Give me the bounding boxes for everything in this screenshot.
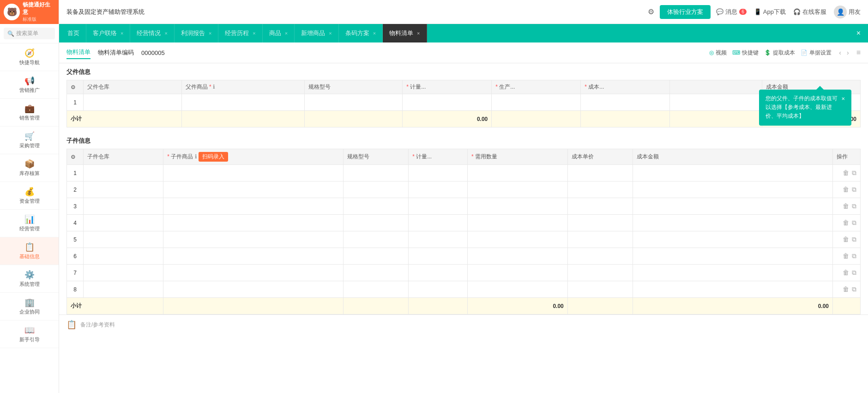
child-qty-cell[interactable] <box>468 231 568 248</box>
child-qty-cell[interactable] <box>468 248 568 265</box>
search-input-trigger[interactable]: 🔍 搜索菜单 <box>4 28 55 39</box>
tab-history-close[interactable]: × <box>253 30 255 36</box>
child-unit-cost-cell[interactable] <box>567 231 633 248</box>
tab-bom-close[interactable]: × <box>417 30 420 36</box>
gear-icon[interactable]: ⚙ <box>648 7 654 16</box>
copy-icon[interactable]: ⧉ <box>852 202 856 210</box>
child-qty-cell[interactable] <box>468 281 568 298</box>
sidebar-item-quick-nav[interactable]: 🧭 快捷导航 <box>0 43 59 71</box>
child-unit-cell[interactable] <box>409 198 468 215</box>
tooltip-close-btn[interactable]: × <box>841 94 845 104</box>
tab-home[interactable]: 首页 <box>61 24 86 42</box>
tab-history[interactable]: 经营历程 × <box>218 24 262 42</box>
child-qty-cell[interactable] <box>468 265 568 281</box>
child-unit-cost-cell[interactable] <box>567 281 633 298</box>
tab-new-goods-close[interactable]: × <box>329 30 332 36</box>
copy-icon[interactable]: ⧉ <box>852 169 856 177</box>
sidebar-item-enterprise[interactable]: 🏢 企业协同 <box>0 293 59 320</box>
child-qty-cell[interactable] <box>468 181 568 198</box>
shortcut-action[interactable]: ⌨ 快捷键 <box>732 49 759 57</box>
parent-goods-cell[interactable] <box>181 94 304 111</box>
child-warehouse-cell[interactable] <box>84 215 163 231</box>
sidebar-item-purchase[interactable]: 🛒 采购管理 <box>0 127 59 154</box>
child-goods-cell[interactable] <box>163 281 344 298</box>
child-warehouse-cell[interactable] <box>84 198 163 215</box>
tab-new-goods[interactable]: 新增商品 × <box>295 24 338 42</box>
child-spec-cell[interactable] <box>344 248 409 265</box>
child-th-gear[interactable]: ⚙ <box>67 149 84 165</box>
copy-icon[interactable]: ⧉ <box>852 236 856 243</box>
child-goods-cell[interactable] <box>163 181 344 198</box>
child-goods-cell[interactable] <box>163 248 344 265</box>
child-warehouse-cell[interactable] <box>84 231 163 248</box>
sidebar-item-basic[interactable]: 📋 基础信息 <box>0 237 59 265</box>
child-spec-cell[interactable] <box>344 198 409 215</box>
tab-goods-close[interactable]: × <box>285 30 288 36</box>
delete-icon[interactable]: 🗑 <box>843 219 849 227</box>
tab-customer-close[interactable]: × <box>121 30 123 36</box>
copy-icon[interactable]: ⧉ <box>852 252 856 260</box>
single-settings-action[interactable]: 📄 单据设置 <box>801 49 832 57</box>
delete-icon[interactable]: 🗑 <box>843 186 849 193</box>
tab-profit[interactable]: 利润报告 × <box>175 24 218 42</box>
child-unit-cell[interactable] <box>409 265 468 281</box>
copy-icon[interactable]: ⧉ <box>852 219 856 227</box>
tab-goods[interactable]: 商品 × <box>263 24 295 42</box>
tab-customer[interactable]: 客户联络 × <box>86 24 130 42</box>
close-all-tabs[interactable]: × <box>851 29 866 37</box>
child-unit-cell[interactable] <box>409 181 468 198</box>
tab-barcode[interactable]: 条码方案 × <box>339 24 383 42</box>
delete-icon[interactable]: 🗑 <box>843 252 849 260</box>
sidebar-item-operations[interactable]: 📊 经营管理 <box>0 210 59 237</box>
copy-icon[interactable]: ⧉ <box>852 285 856 293</box>
child-unit-cost-cell[interactable] <box>567 165 633 181</box>
child-unit-cell[interactable] <box>409 248 468 265</box>
child-spec-cell[interactable] <box>344 215 409 231</box>
child-spec-cell[interactable] <box>344 181 409 198</box>
sub-tab-bom[interactable]: 物料清单 <box>66 46 90 59</box>
sidebar-item-sales[interactable]: 💼 销售管理 <box>0 99 59 127</box>
child-unit-cost-cell[interactable] <box>567 198 633 215</box>
user-area[interactable]: 👤 用友 <box>834 6 861 18</box>
delete-icon[interactable]: 🗑 <box>843 202 849 210</box>
child-unit-cell[interactable] <box>409 231 468 248</box>
parent-unit-cell[interactable] <box>403 94 492 111</box>
child-warehouse-cell[interactable] <box>84 165 163 181</box>
child-unit-cell[interactable] <box>409 165 468 181</box>
delete-icon[interactable]: 🗑 <box>843 269 849 277</box>
child-goods-cell[interactable] <box>163 198 344 215</box>
sidebar-search-area[interactable]: 🔍 搜索菜单 <box>0 24 59 43</box>
child-unit-cost-cell[interactable] <box>567 215 633 231</box>
message-button[interactable]: 💬 消息 6 <box>716 8 747 16</box>
copy-icon[interactable]: ⧉ <box>852 186 856 193</box>
tab-barcode-close[interactable]: × <box>373 30 376 36</box>
child-warehouse-cell[interactable] <box>84 248 163 265</box>
trial-button[interactable]: 体验行业方案 <box>660 5 711 19</box>
child-unit-cost-cell[interactable] <box>567 181 633 198</box>
child-warehouse-cell[interactable] <box>84 265 163 281</box>
child-qty-cell[interactable] <box>468 215 568 231</box>
child-unit-cell[interactable] <box>409 215 468 231</box>
sidebar-item-guide[interactable]: 📖 新手引导 <box>0 320 59 348</box>
child-warehouse-cell[interactable] <box>84 181 163 198</box>
child-spec-cell[interactable] <box>344 165 409 181</box>
extract-cost-action[interactable]: 💲 提取成本 <box>764 49 795 57</box>
child-qty-cell[interactable] <box>468 198 568 215</box>
child-unit-cell[interactable] <box>409 281 468 298</box>
parent-spec-cell[interactable] <box>304 94 403 111</box>
tab-operations-close[interactable]: × <box>164 30 167 36</box>
parent-th-gear[interactable]: ⚙ <box>67 80 84 94</box>
child-goods-cell[interactable] <box>163 265 344 281</box>
sidebar-item-system[interactable]: ⚙️ 系统管理 <box>0 265 59 293</box>
tab-bom[interactable]: 物料清单 × <box>383 24 427 42</box>
sidebar-item-inventory[interactable]: 📦 库存核算 <box>0 154 59 182</box>
delete-icon[interactable]: 🗑 <box>843 236 849 243</box>
child-spec-cell[interactable] <box>344 281 409 298</box>
child-unit-cost-cell[interactable] <box>567 248 633 265</box>
online-service-button[interactable]: 🎧 在线客服 <box>793 8 826 16</box>
child-spec-cell[interactable] <box>344 231 409 248</box>
child-qty-cell[interactable] <box>468 165 568 181</box>
scan-button[interactable]: 扫码录入 <box>199 152 228 162</box>
delete-icon[interactable]: 🗑 <box>843 285 849 293</box>
sidebar-item-finance[interactable]: 💰 资金管理 <box>0 182 59 210</box>
